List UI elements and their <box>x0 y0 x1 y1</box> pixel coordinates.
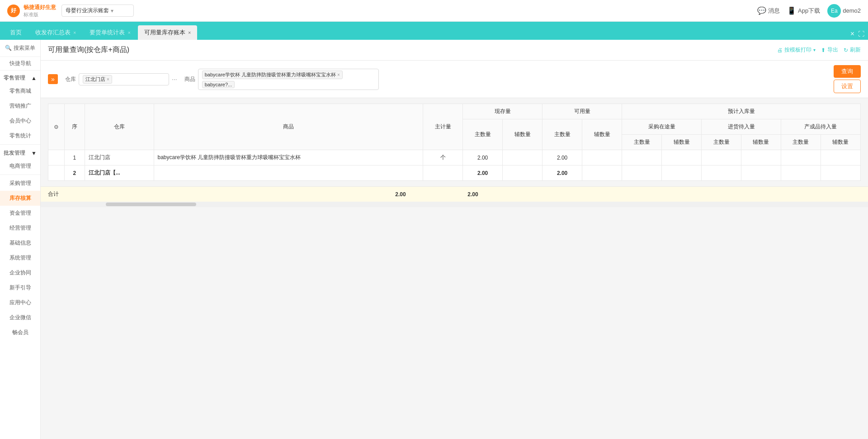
td-no-2: 2 <box>65 165 85 181</box>
sidebar-item-retail-shop[interactable]: 零售商城 <box>0 84 40 99</box>
sidebar-item-operation[interactable]: 经营管理 <box>0 221 40 236</box>
th-group-inbound: 进货待入量 <box>702 119 781 135</box>
sidebar-item-finance-label: 资金管理 <box>9 210 31 216</box>
td-product-main-2 <box>781 165 821 181</box>
tab-available[interactable]: 可用量库存账本 × <box>138 25 197 40</box>
message-label: 消息 <box>768 7 780 15</box>
th-available-main: 主数量 <box>542 119 582 150</box>
export-button[interactable]: ⬆ 导出 <box>821 46 838 54</box>
tab-order-close[interactable]: × <box>127 30 130 35</box>
sidebar-item-inventory[interactable]: 库存核算 <box>0 191 40 206</box>
product-tag-2-text: babycare?... <box>205 82 232 87</box>
td-inbound-main-2 <box>702 165 741 181</box>
sidebar-item-newbie-label: 新手引导 <box>9 284 31 291</box>
query-button[interactable]: 查询 <box>834 65 861 78</box>
sidebar-item-enterprise[interactable]: 企业协同 <box>0 265 40 280</box>
industry-select[interactable]: 母婴行业演示账套 ▾ <box>61 5 134 17</box>
sidebar-item-system[interactable]: 系统管理 <box>0 250 40 265</box>
td-available-main-1: 2.00 <box>542 150 582 165</box>
industry-label: 母婴行业演示账套 <box>66 7 109 14</box>
refresh-button[interactable]: ↻ 刷新 <box>844 46 861 54</box>
phone-icon: 📱 <box>787 6 796 15</box>
tab-receivable-close[interactable]: × <box>73 30 76 35</box>
sidebar: 🔍 搜索菜单 快捷导航 零售管理 ▲ 零售商城 营销推广 会员中心 零售统计 批… <box>0 40 41 439</box>
td-inbound-main-1 <box>702 150 741 165</box>
td-product-main-1 <box>781 150 821 165</box>
sidebar-item-ecommerce[interactable]: 电商管理 <box>0 159 40 174</box>
th-group-stock: 现存量 <box>463 104 542 119</box>
sidebar-divider-1 <box>0 144 40 145</box>
sidebar-item-purchase-label: 采购管理 <box>9 180 31 186</box>
page-header: 可用量查询(按仓库+商品) 🖨 按模板打印 ▾ ⬆ 导出 ↻ 刷新 <box>41 40 868 61</box>
th-group-product: 产成品待入量 <box>781 119 860 135</box>
logo-text: 畅捷通好生意 <box>24 4 56 11</box>
td-stock-aux-1 <box>503 150 542 165</box>
page-title: 可用量查询(按仓库+商品) <box>48 45 129 55</box>
refresh-label: 刷新 <box>850 46 861 54</box>
td-inbound-aux-2 <box>741 165 781 181</box>
tab-available-label: 可用量库存账本 <box>144 28 185 37</box>
th-group-purchase: 采购在途量 <box>622 119 702 135</box>
sidebar-item-purchase[interactable]: 采购管理 <box>0 176 40 191</box>
sidebar-item-basic[interactable]: 基础信息 <box>0 236 40 250</box>
tab-close-all-button[interactable]: × <box>850 30 854 38</box>
sidebar-group-wholesale[interactable]: 批发管理 ▼ <box>0 146 40 159</box>
sidebar-quick-nav[interactable]: 快捷导航 <box>0 57 40 71</box>
product-tag-2: babycare?... <box>202 81 235 88</box>
td-product-1: babycare学饮杯 儿童防摔防撞吸管杯重力球吸嘴杯宝宝水杯 <box>154 150 423 165</box>
top-bar: 好 畅捷通好生意 标准版 母婴行业演示账套 ▾ 💬 消息 📱 App下载 Ea … <box>0 0 868 22</box>
sidebar-item-newbie[interactable]: 新手引导 <box>0 280 40 295</box>
print-button[interactable]: 🖨 按模板打印 ▾ <box>777 46 816 54</box>
sidebar-search-label: 搜索菜单 <box>14 45 35 51</box>
sidebar-item-members[interactable]: 会员中心 <box>0 113 40 128</box>
export-icon: ⬆ <box>821 47 826 53</box>
td-stock-main-2: 2.00 <box>463 165 503 181</box>
sidebar-nav-label: 快捷导航 <box>9 60 31 66</box>
table-row: 1 江北门店 babycare学饮杯 儿童防摔防撞吸管杯重力球吸嘴杯宝宝水杯 个… <box>48 150 861 165</box>
sidebar-search[interactable]: 🔍 搜索菜单 <box>0 40 40 57</box>
column-settings-icon[interactable]: ⚙ <box>54 124 59 130</box>
warehouse-more-button[interactable]: ··· <box>172 76 177 83</box>
td-stock-aux-2 <box>503 165 542 181</box>
th-unit: 主计量 <box>423 104 463 150</box>
warehouse-tag-remove[interactable]: × <box>107 77 109 82</box>
sidebar-item-marketing[interactable]: 营销推广 <box>0 99 40 113</box>
warehouse-label: 仓库 <box>65 76 76 83</box>
tab-fullscreen-button[interactable]: ⛶ <box>858 30 864 38</box>
sidebar-item-retail-stats[interactable]: 零售统计 <box>0 128 40 143</box>
avatar: Ea <box>827 4 841 18</box>
td-unit-2 <box>423 165 463 181</box>
app-download-button[interactable]: 📱 App下载 <box>787 6 820 15</box>
settings-button[interactable]: 设置 <box>834 80 861 93</box>
sidebar-group-retail[interactable]: 零售管理 ▲ <box>0 71 40 84</box>
summary-available-main: 2.00 <box>455 191 491 198</box>
sidebar-item-members-label: 会员中心 <box>9 118 31 124</box>
sidebar-item-wechat[interactable]: 企业微信 <box>0 310 40 325</box>
expand-filter-button[interactable]: » <box>48 74 58 84</box>
warehouse-tags[interactable]: 江北门店 × <box>79 73 169 85</box>
th-no: 序 <box>65 104 85 150</box>
product-tag-1-remove[interactable]: × <box>337 72 340 77</box>
sidebar-group-retail-label: 零售管理 <box>4 74 25 82</box>
tab-home[interactable]: 首页 <box>4 25 28 40</box>
sidebar-item-finance[interactable]: 资金管理 <box>0 206 40 221</box>
summary-row: 合计 2.00 2.00 <box>41 186 868 202</box>
sidebar-item-retail-stats-label: 零售统计 <box>9 132 31 139</box>
user-area[interactable]: Ea demo2 <box>827 4 861 18</box>
tab-order[interactable]: 要货单统计表 × <box>83 25 137 40</box>
table-row: 2 江北门店【... 2.00 2.00 <box>48 165 861 181</box>
product-tags[interactable]: babycare学饮杯 儿童防摔防撞吸管杯重力球吸嘴杯宝宝水杯 × babyca… <box>198 69 379 90</box>
tab-receivable[interactable]: 收发存汇总表 × <box>29 25 82 40</box>
tab-controls: × ⛶ <box>850 30 864 40</box>
print-label: 按模板打印 <box>784 46 811 54</box>
td-product-2 <box>154 165 423 181</box>
chevron-down-icon-wholesale: ▼ <box>31 150 37 156</box>
sidebar-item-changhui[interactable]: 畅会员 <box>0 325 40 340</box>
tab-available-close[interactable]: × <box>188 30 191 35</box>
sidebar-item-marketing-label: 营销推广 <box>9 103 31 109</box>
message-button[interactable]: 💬 消息 <box>757 6 780 15</box>
sidebar-item-appstore[interactable]: 应用中心 <box>0 295 40 310</box>
scroll-thumb[interactable] <box>106 203 196 206</box>
scroll-bar[interactable] <box>41 202 868 207</box>
th-product: 商品 <box>154 104 423 150</box>
